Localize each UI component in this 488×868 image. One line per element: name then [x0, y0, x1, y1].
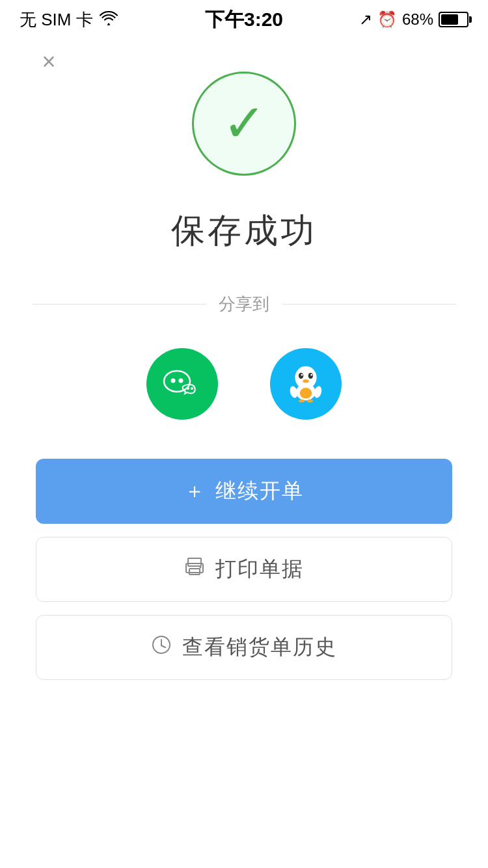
svg-line-23	[161, 645, 165, 647]
svg-point-6	[299, 373, 303, 379]
svg-rect-17	[188, 558, 201, 566]
print-label: 打印单据	[215, 555, 304, 584]
svg-point-14	[300, 388, 312, 399]
plus-icon: ＋	[184, 477, 205, 506]
qq-icon	[286, 364, 325, 403]
share-icons	[146, 348, 342, 420]
alarm-icon: ⏰	[377, 10, 397, 29]
continue-button[interactable]: ＋ 继续开单	[36, 459, 452, 524]
close-button[interactable]: ×	[33, 46, 65, 78]
battery-icon	[439, 12, 468, 27]
svg-point-16	[307, 400, 313, 403]
close-icon: ×	[42, 50, 55, 74]
share-label: 分享到	[206, 293, 282, 316]
qq-share-button[interactable]	[270, 348, 342, 420]
status-bar: 无 SIM 卡 下午3:20 ↗ ⏰ 68%	[0, 0, 488, 39]
history-label: 查看销货单历史	[182, 633, 337, 662]
checkmark-icon: ✓	[223, 98, 266, 150]
status-time: 下午3:20	[205, 7, 283, 33]
share-divider: 分享到	[0, 293, 488, 316]
main-content: ✓ 保存成功 分享到	[0, 39, 488, 680]
svg-point-7	[308, 373, 313, 379]
print-button[interactable]: 打印单据	[36, 537, 452, 602]
wechat-share-button[interactable]	[146, 348, 218, 420]
svg-point-20	[200, 567, 202, 569]
status-left: 无 SIM 卡	[20, 8, 118, 31]
svg-rect-19	[189, 569, 200, 575]
history-icon	[151, 634, 172, 660]
svg-point-1	[170, 378, 175, 383]
svg-point-9	[310, 374, 312, 376]
svg-point-8	[301, 374, 303, 376]
actions: ＋ 继续开单 打印单据 查看销货单历史	[36, 459, 452, 680]
share-section: 分享到	[0, 293, 488, 420]
svg-point-12	[289, 385, 299, 399]
history-button[interactable]: 查看销货单历史	[36, 615, 452, 680]
location-icon: ↗	[359, 10, 372, 29]
print-icon	[184, 556, 205, 582]
svg-point-4	[191, 387, 193, 390]
no-sim-text: 无 SIM 卡	[20, 8, 93, 31]
wifi-icon	[100, 10, 118, 30]
svg-point-15	[299, 400, 305, 403]
svg-point-13	[313, 385, 323, 399]
status-right: ↗ ⏰ 68%	[359, 10, 468, 29]
svg-point-2	[178, 378, 183, 383]
continue-label: 继续开单	[215, 477, 304, 506]
wechat-icon	[161, 363, 204, 405]
success-title: 保存成功	[171, 208, 317, 254]
svg-point-10	[303, 379, 308, 383]
battery-percent: 68%	[402, 10, 433, 29]
success-circle: ✓	[192, 72, 296, 176]
svg-point-0	[164, 371, 190, 392]
svg-point-3	[187, 387, 189, 390]
